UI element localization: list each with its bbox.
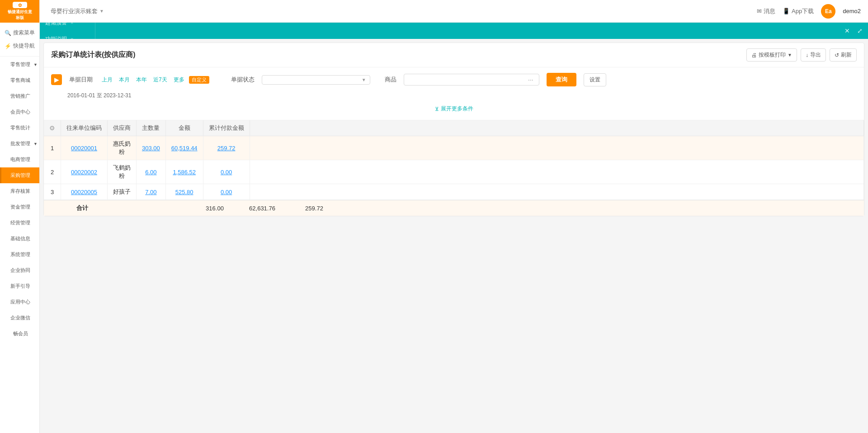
col-code: 往来单位编码 [61, 120, 108, 136]
row-qty[interactable]: 6.00 [137, 160, 166, 184]
print-icon: 🖨 [751, 52, 757, 58]
table-row: 2 00020002 飞鹤奶粉 6.00 1,586.52 0.00 [44, 160, 864, 184]
sidebar-item-marketing[interactable]: 营销推广 [0, 88, 39, 104]
sidebar-item-label: 零售商城 [10, 77, 30, 84]
sidebar-item-label: 新手引导 [10, 283, 30, 290]
sidebar-item-enterprise[interactable]: 企业协同 [0, 262, 39, 278]
sidebar-item-newguide[interactable]: 新手引导 [0, 278, 39, 294]
goods-input-wrap: ··· [404, 74, 539, 86]
refresh-button[interactable]: ↺ 刷新 [830, 48, 857, 62]
row-code[interactable]: 00020001 [61, 136, 108, 160]
sidebar-item-wholesale[interactable]: 批发管理 ▼ [0, 136, 39, 152]
goods-more-icon[interactable]: ··· [526, 76, 535, 83]
col-qty: 主数量 [137, 120, 166, 136]
sidebar-item-label: 应用中心 [10, 299, 30, 305]
app-download-action[interactable]: 📱 App下载 [783, 7, 814, 15]
sidebar-item-ecommerce[interactable]: 电商管理 [0, 152, 39, 167]
sidebar-item-system[interactable]: 系统管理 [0, 247, 39, 262]
row-amount[interactable]: 525.80 [165, 184, 203, 200]
user-avatar[interactable]: Ea [821, 4, 835, 19]
sidebar-item-member[interactable]: 会员中心 [0, 104, 39, 120]
sidebar-item-label: 资金管理 [10, 204, 30, 210]
expand-icon: ⊻ [435, 106, 439, 112]
row-amount[interactable]: 60,519.44 [165, 136, 203, 160]
goods-input[interactable] [408, 76, 526, 83]
export-icon: ↓ [806, 52, 808, 58]
quick-nav-label: 快捷导航 [13, 42, 35, 50]
tab-close-btn[interactable]: ✕ [843, 26, 852, 35]
page-panel: 采购订单统计表(按供应商) 🖨 按模板打印 ▼ ↓ 导出 ↺ 刷新 [43, 43, 864, 216]
sidebar-item-label: 零售管理 [10, 61, 30, 68]
quick-nav-item[interactable]: ⚡ 快捷导航 [3, 39, 37, 52]
tab-feature-desc[interactable]: 功能说明 × [40, 31, 95, 39]
lightning-icon: ⚡ [5, 43, 11, 49]
sidebar-item-label: 会员中心 [10, 109, 30, 115]
column-settings-icon[interactable]: ⚙ [49, 124, 55, 132]
date-this-year[interactable]: 本年 [134, 76, 149, 84]
main-content: 母婴行业演示账套 ▼ ✉ 消息 📱 App下载 Ea demo2 首页 收发存汇… [40, 0, 868, 433]
row-supplier: 飞鹤奶粉 [108, 160, 137, 184]
sidebar-item-finance[interactable]: 资金管理 [0, 199, 39, 215]
data-table: ⚙ 往来单位编码 供应商 主数量 金额 累计付款金额 1 00020001 [44, 120, 864, 200]
sidebar-item-inventory[interactable]: 库存核算 [0, 183, 39, 199]
custom-date-badge[interactable]: 自定义 [189, 76, 209, 84]
sidebar-item-appstore[interactable]: 应用中心 [0, 294, 39, 310]
dropdown-icon: ▼ [788, 52, 792, 57]
sidebar-item-label: 库存核算 [10, 188, 30, 195]
warehouse-selector[interactable]: 母婴行业演示账套 ▼ [47, 5, 108, 17]
expand-more-button[interactable]: ⊻ 展开更多条件 [431, 103, 477, 114]
sidebar-item-retail-shop[interactable]: 零售商城 [0, 72, 39, 88]
row-amount[interactable]: 1,586.52 [165, 160, 203, 184]
date-7days[interactable]: 近7天 [151, 76, 169, 84]
query-button[interactable]: 查询 [547, 73, 576, 86]
search-menu-label: 搜索菜单 [13, 29, 35, 37]
row-no: 2 [44, 160, 61, 184]
tab-maximize-btn[interactable]: ⤢ [855, 26, 864, 35]
status-select[interactable]: ▼ [262, 75, 370, 85]
sidebar-search-area: 🔍 搜索菜单 ⚡ 快捷导航 [0, 23, 39, 57]
user-name[interactable]: demo2 [843, 8, 861, 14]
message-icon: ✉ [757, 8, 762, 14]
logo-icon: ✿ [13, 2, 27, 8]
row-code[interactable]: 00020002 [61, 160, 108, 184]
filter-toggle-button[interactable]: ▶ [51, 74, 62, 85]
settings-button[interactable]: 设置 [584, 73, 606, 86]
col-settings: ⚙ [44, 120, 61, 136]
row-no: 1 [44, 136, 61, 160]
row-paid[interactable]: 259.72 [203, 136, 250, 160]
search-menu-item[interactable]: 🔍 搜索菜单 [3, 26, 37, 39]
col-supplier: 供应商 [108, 120, 137, 136]
row-paid[interactable]: 0.00 [203, 160, 250, 184]
message-label: 消息 [764, 7, 775, 15]
table-row: 1 00020001 惠氏奶粉 303.00 60,519.44 259.72 [44, 136, 864, 160]
page-actions: 🖨 按模板打印 ▼ ↓ 导出 ↺ 刷新 [746, 48, 857, 62]
sidebar-item-retail[interactable]: 零售管理 ▼ [0, 57, 39, 72]
search-icon: 🔍 [5, 30, 11, 36]
sidebar-item-basic[interactable]: 基础信息 [0, 231, 39, 247]
row-qty[interactable]: 303.00 [137, 136, 166, 160]
export-button[interactable]: ↓ 导出 [801, 48, 826, 62]
template-print-button[interactable]: 🖨 按模板打印 ▼ [746, 48, 797, 62]
sidebar: ✿ 畅捷通好生意 标版 🔍 搜索菜单 ⚡ 快捷导航 零售管理 ▼零售商城 营销推… [0, 0, 40, 433]
sidebar-item-wechat[interactable]: 企业微信 [0, 310, 39, 326]
date-last-month[interactable]: 上月 [100, 76, 114, 84]
sidebar-item-purchase[interactable]: 采购管理 [0, 167, 39, 183]
filter-row-1: ▶ 单据日期 上月 本月 本年 近7天 更多 自定义 单据状态 ▼ [51, 73, 857, 86]
tab-overstock-warning[interactable]: 超储预警 × [40, 23, 95, 31]
row-qty[interactable]: 7.00 [137, 184, 166, 200]
sidebar-item-label: 营销推广 [10, 93, 30, 100]
row-paid[interactable]: 0.00 [203, 184, 250, 200]
top-bar: 母婴行业演示账套 ▼ ✉ 消息 📱 App下载 Ea demo2 [40, 0, 868, 23]
tab-close-icon[interactable]: × [71, 23, 73, 25]
date-more[interactable]: 更多 [172, 76, 186, 84]
tab-label: 超储预警 [45, 23, 67, 27]
sidebar-item-label: 基础信息 [10, 235, 30, 242]
footer-label: 合计 [49, 204, 192, 212]
sidebar-item-vip[interactable]: 畅会员 [0, 326, 39, 342]
sidebar-item-operations[interactable]: 经营管理 [0, 215, 39, 231]
date-filter-label: 单据日期 [69, 76, 93, 84]
date-this-month[interactable]: 本月 [117, 76, 132, 84]
row-code[interactable]: 00020005 [61, 184, 108, 200]
sidebar-item-retail-stat[interactable]: 零售统计 [0, 120, 39, 136]
message-action[interactable]: ✉ 消息 [757, 7, 775, 15]
